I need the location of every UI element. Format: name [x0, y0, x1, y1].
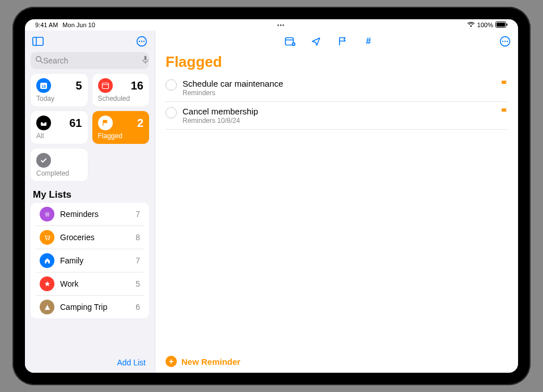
status-time: 9:41 AM	[35, 22, 58, 28]
all-label: All	[36, 132, 82, 140]
my-lists-header: My Lists	[25, 181, 155, 203]
svg-point-30	[504, 41, 506, 42]
smart-list-all[interactable]: 61 All	[31, 111, 88, 144]
svg-point-9	[36, 57, 41, 62]
add-list-button[interactable]: Add List	[117, 358, 146, 367]
today-count: 5	[75, 79, 82, 92]
list-count: 8	[135, 233, 140, 242]
checkmark-icon	[36, 153, 51, 168]
sidebar-toggle-button[interactable]	[31, 34, 45, 49]
status-date: Mon Jun 10	[62, 22, 95, 28]
smart-list-today[interactable]: 10 5 Today	[31, 74, 88, 106]
completed-label: Completed	[36, 169, 82, 177]
svg-rect-3	[33, 37, 43, 45]
plus-circle-icon: +	[166, 356, 177, 367]
sidebar-more-button[interactable]	[134, 34, 149, 49]
svg-point-31	[507, 41, 508, 42]
star-icon	[40, 276, 54, 291]
svg-point-5	[137, 37, 147, 46]
status-battery: 100%	[477, 22, 493, 28]
reminder-item[interactable]: Schedule car maintenance Reminders	[166, 74, 508, 102]
reminder-title: Cancel membership	[183, 106, 495, 116]
list-row-camping[interactable]: Camping Trip 6	[36, 295, 143, 318]
toolbar-flag-button[interactable]	[335, 34, 350, 49]
list-name: Reminders	[60, 210, 99, 219]
svg-rect-0	[496, 22, 506, 27]
svg-point-20	[46, 239, 47, 240]
cart-icon	[40, 230, 54, 245]
new-reminder-button[interactable]: + New Reminder	[155, 350, 518, 373]
list-row-reminders[interactable]: Reminders 7	[36, 203, 143, 225]
svg-point-8	[143, 41, 145, 42]
scheduled-count: 16	[131, 79, 143, 92]
list-name: Groceries	[60, 233, 95, 242]
toolbar-tag-button[interactable]: #	[361, 34, 376, 49]
smart-list-completed[interactable]: Completed	[31, 148, 88, 181]
list-name: Family	[60, 256, 83, 265]
list-count: 7	[135, 210, 140, 219]
battery-icon	[495, 22, 508, 29]
my-lists: Reminders 7 Groceries 8 Fa	[31, 203, 149, 318]
svg-line-10	[41, 61, 43, 63]
svg-rect-22	[286, 38, 294, 45]
svg-rect-15	[102, 83, 108, 89]
calendar-icon	[98, 78, 113, 93]
flag-icon	[500, 80, 508, 90]
detail-pane: # Flagged Schedule car maintena	[155, 31, 518, 373]
reminder-item[interactable]: Cancel membership Reminders 10/8/24	[166, 102, 508, 130]
sidebar: 10 5 Today 16 Scheduled	[25, 31, 155, 373]
list-bullet-icon	[40, 207, 54, 221]
search-field[interactable]	[31, 52, 149, 69]
svg-text:10: 10	[41, 84, 46, 88]
list-count: 7	[135, 256, 140, 265]
list-count: 6	[135, 302, 140, 312]
list-count: 5	[135, 279, 140, 288]
multitask-dots-icon: •••	[95, 22, 467, 28]
all-count: 61	[69, 117, 82, 130]
reminder-subtitle: Reminders 10/8/24	[183, 117, 495, 125]
search-input[interactable]	[43, 56, 142, 65]
svg-rect-1	[497, 23, 505, 27]
toolbar-location-button[interactable]	[309, 34, 324, 49]
svg-rect-2	[507, 23, 508, 25]
scheduled-label: Scheduled	[98, 95, 144, 103]
list-row-groceries[interactable]: Groceries 8	[36, 225, 143, 249]
calendar-today-icon: 10	[36, 78, 51, 93]
flag-icon	[500, 108, 508, 118]
wifi-icon	[467, 22, 475, 28]
list-row-work[interactable]: Work 5	[36, 272, 143, 295]
smart-list-flagged[interactable]: 2 Flagged	[92, 111, 150, 144]
tent-icon	[40, 300, 54, 314]
detail-title: Flagged	[166, 53, 508, 71]
flag-icon	[98, 116, 113, 130]
search-icon	[35, 56, 43, 66]
svg-point-21	[48, 239, 49, 240]
list-name: Work	[60, 279, 78, 288]
svg-rect-13	[40, 83, 47, 89]
smart-list-scheduled[interactable]: 16 Scheduled	[92, 74, 150, 106]
toolbar-calendar-badge-button[interactable]	[283, 34, 298, 49]
svg-point-7	[141, 41, 142, 42]
list-row-family[interactable]: Family 7	[36, 249, 143, 272]
house-icon	[40, 253, 54, 268]
reminder-subtitle: Reminders	[183, 89, 495, 97]
new-reminder-label: New Reminder	[181, 357, 240, 367]
reminder-title: Schedule car maintenance	[183, 79, 495, 88]
svg-point-28	[500, 37, 510, 46]
status-bar: 9:41 AM Mon Jun 10 ••• 100%	[25, 19, 518, 31]
svg-text:#: #	[366, 36, 371, 46]
complete-toggle[interactable]	[166, 107, 177, 118]
detail-more-button[interactable]	[498, 34, 512, 49]
svg-point-29	[502, 41, 503, 42]
microphone-icon[interactable]	[142, 56, 149, 66]
tray-icon	[36, 116, 51, 130]
svg-point-6	[139, 41, 140, 42]
today-label: Today	[36, 95, 82, 103]
svg-rect-11	[145, 56, 147, 60]
flagged-count: 2	[137, 117, 143, 130]
svg-point-24	[292, 42, 295, 46]
list-name: Camping Trip	[60, 302, 107, 312]
complete-toggle[interactable]	[166, 79, 177, 91]
flagged-label: Flagged	[98, 132, 144, 140]
